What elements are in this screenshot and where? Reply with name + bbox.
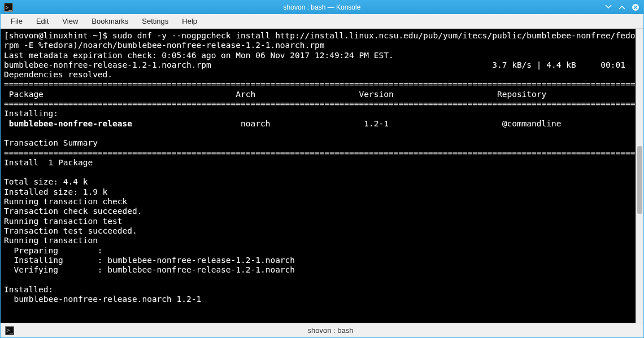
tab-label[interactable]: shovon : bash <box>18 326 643 335</box>
menubar: File Edit View Bookmarks Settings Help <box>1 14 643 29</box>
close-button[interactable] <box>631 3 640 12</box>
scrollbar[interactable] <box>636 29 643 323</box>
menu-help[interactable]: Help <box>176 15 203 27</box>
konsole-window: >_ shovon : bash — Konsole File Edit Vie… <box>0 0 644 338</box>
maximize-button[interactable] <box>617 3 626 12</box>
menu-settings[interactable]: Settings <box>136 15 174 27</box>
statusbar: >_ shovon : bash <box>1 323 643 337</box>
menu-view[interactable]: View <box>56 15 84 27</box>
menu-file[interactable]: File <box>5 15 28 27</box>
terminal-area: [shovon@linuxhint ~]$ sudo dnf -y --nogp… <box>1 29 643 323</box>
window-controls <box>604 3 640 12</box>
minimize-button[interactable] <box>604 3 613 12</box>
menu-bookmarks[interactable]: Bookmarks <box>86 15 134 27</box>
terminal-output[interactable]: [shovon@linuxhint ~]$ sudo dnf -y --nogp… <box>1 29 636 323</box>
menu-edit[interactable]: Edit <box>31 15 54 27</box>
titlebar[interactable]: >_ shovon : bash — Konsole <box>1 1 643 14</box>
tab-icon: >_ <box>5 326 14 335</box>
window-title: shovon : bash — Konsole <box>284 3 361 11</box>
scroll-thumb[interactable] <box>637 146 642 214</box>
app-icon: >_ <box>4 3 13 12</box>
